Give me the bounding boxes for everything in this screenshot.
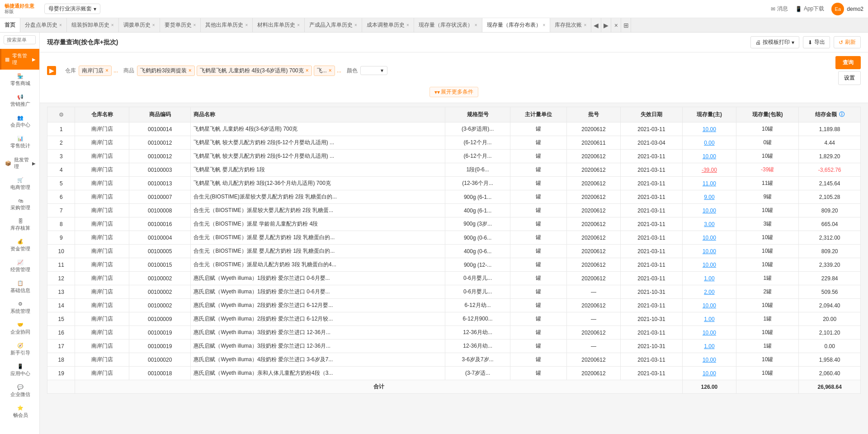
settings-button[interactable]: 设置	[838, 71, 861, 85]
qty-main-cell[interactable]: 10.00	[682, 367, 736, 380]
seq-cell: 17	[47, 340, 75, 353]
spec-cell: 12-36月幼...	[445, 340, 510, 353]
app-download-btn[interactable]: 📱 App下载	[795, 5, 824, 13]
sidebar-item-operation[interactable]: 📈 经营管理	[0, 256, 39, 277]
qty-main-cell[interactable]: -39.00	[682, 163, 736, 177]
tab-home[interactable]: 首页	[0, 18, 20, 33]
qty-main-cell[interactable]: 11.00	[682, 177, 736, 190]
tab-chengben[interactable]: 成本调整单历史 ×	[362, 18, 414, 33]
qty-main-cell[interactable]: 10.00	[682, 299, 736, 312]
sidebar-item-system[interactable]: ⚙ 系统管理	[0, 297, 39, 318]
qty-main-cell[interactable]: 10.00	[682, 231, 736, 245]
warehouse-more-btn[interactable]: ...	[113, 67, 118, 74]
sidebar-item-member-sys[interactable]: ⭐ 畅会员	[0, 401, 39, 422]
product-tag-2-close[interactable]: ×	[306, 67, 309, 74]
sidebar-item-guide[interactable]: 🧭 新手引导	[0, 339, 39, 360]
org-selector[interactable]: 母婴行业演示账套 ▾	[44, 4, 100, 14]
sidebar-item-retail-shop[interactable]: 🏪 零售商城	[0, 70, 39, 90]
product-tag-3-close[interactable]: ×	[329, 67, 332, 74]
tab-xiancunl-kc[interactable]: 现存量（库存状况表） ×	[414, 18, 482, 33]
expand-conditions-btn[interactable]: ▾▾ 展开更多条件	[429, 87, 478, 97]
tab-fenpan[interactable]: 分盘点单历史 ×	[20, 18, 67, 33]
tab-close-xiancunl-kc[interactable]: ×	[475, 23, 477, 28]
tab-zuzu[interactable]: 组装拆卸单历史 ×	[67, 18, 119, 33]
qty-main-cell[interactable]: 0.00	[682, 136, 736, 150]
tab-cailiao[interactable]: 材料出库单历史 ×	[253, 18, 305, 33]
qty-main-cell[interactable]: 1.00	[682, 340, 736, 353]
export-button[interactable]: ⬇ 导出	[803, 36, 830, 48]
tab-close-cailiao[interactable]: ×	[297, 23, 300, 28]
sidebar-item-enterprise[interactable]: 🤝 企业协同	[0, 318, 39, 339]
tab-close-xiancunl-fb[interactable]: ×	[543, 23, 546, 28]
spec-cell: 0-6月婴儿...	[445, 272, 510, 285]
tab-close-all[interactable]: ×	[611, 18, 621, 33]
search-input[interactable]	[4, 35, 36, 44]
tab-close-qitachu[interactable]: ×	[245, 23, 248, 28]
qty-main-cell[interactable]: 10.00	[682, 150, 736, 163]
color-select[interactable]: ▾	[360, 66, 387, 75]
tab-close-chancheng[interactable]: ×	[354, 23, 357, 28]
qty-pkg-cell: 10罐	[736, 326, 799, 340]
sidebar-item-inventory[interactable]: 🗄 库存核算	[0, 215, 39, 235]
qty-main-cell[interactable]: 3.00	[682, 217, 736, 231]
tab-nav-left[interactable]: ◀	[591, 18, 601, 33]
sidebar-item-marketing[interactable]: 📢 营销推广	[0, 90, 39, 111]
qty-main-cell[interactable]: 10.00	[682, 258, 736, 272]
product-more-btn[interactable]: ...	[337, 67, 341, 74]
col-name-header: 商品名称	[191, 107, 445, 123]
user-profile[interactable]: Ea demo2	[831, 3, 863, 15]
qty-main-cell[interactable]: 10.00	[682, 123, 736, 136]
filter-expand-arrow[interactable]: ▶	[47, 66, 56, 75]
unit-cell: 罐	[510, 190, 567, 204]
column-settings-icon[interactable]: ⚙	[59, 112, 64, 118]
print-button[interactable]: 🖨 按模板打印 ▾	[750, 36, 799, 48]
refresh-button[interactable]: ↺ 刷新	[834, 36, 861, 48]
tab-yaohuo[interactable]: 要货单历史 ×	[160, 18, 201, 33]
code-cell: 00100020	[129, 353, 191, 367]
tab-close-kucun-pici[interactable]: ×	[584, 23, 586, 28]
qty-main-cell[interactable]: 10.00	[682, 204, 736, 217]
qty-main-cell[interactable]: 10.00	[682, 245, 736, 258]
tab-close-fenpan[interactable]: ×	[59, 23, 62, 28]
tab-close-yaohuo[interactable]: ×	[193, 23, 196, 28]
sidebar-item-finance[interactable]: 💰 资金管理	[0, 235, 39, 256]
qty-pkg-cell: 2罐	[736, 285, 799, 299]
name-cell: 飞鹤星飞帆 较大婴儿配方奶粉 2段(6-12个月婴幼儿适用) ...	[191, 150, 445, 163]
qty-main-cell[interactable]: 10.00	[682, 353, 736, 367]
tab-nav-right[interactable]: ▶	[601, 18, 611, 33]
warehouse-tag-close[interactable]: ×	[105, 67, 108, 74]
qty-main-cell[interactable]: 1.00	[682, 312, 736, 326]
tab-close-chengben[interactable]: ×	[406, 23, 409, 28]
table-row: 7南岸门店00100008合生元（BIOSTIME）派星较大婴儿配方奶粉 2段 …	[47, 204, 861, 217]
message-btn[interactable]: ✉ 消息	[771, 5, 788, 13]
qty-main-cell[interactable]: 2.00	[682, 285, 736, 299]
tab-qitachu[interactable]: 其他出库单历史 ×	[201, 18, 253, 33]
sidebar-item-purchase[interactable]: 🛍 采购管理	[0, 194, 39, 215]
tab-tiaob[interactable]: 调拨单历史 ×	[119, 18, 160, 33]
tab-kucun-pici[interactable]: 库存批次账 ×	[550, 18, 591, 33]
code-cell: 00100014	[129, 123, 191, 136]
tab-xiancunl-fb[interactable]: 现存量（库存分布表） ×	[482, 18, 551, 33]
sidebar-item-ecommerce[interactable]: 🛒 电商管理	[0, 174, 39, 194]
sidebar-item-app-center[interactable]: 📱 应用中心	[0, 360, 39, 381]
qty-main-cell[interactable]: 1.00	[682, 272, 736, 285]
spec-cell: (6-12个月...	[445, 150, 510, 163]
sidebar-item-enterprise-wechat[interactable]: 💬 企业微信	[0, 381, 39, 401]
sidebar-item-batch-mgmt[interactable]: 📦 批发管理 ▶	[0, 153, 39, 174]
sidebar-item-member[interactable]: 👥 会员中心	[0, 111, 39, 132]
sidebar-item-basic[interactable]: 📋 基础信息	[0, 277, 39, 297]
tab-close-tiaob[interactable]: ×	[152, 23, 155, 28]
sidebar-item-retail-stats[interactable]: 📊 零售统计	[0, 132, 39, 153]
product-tag-1-close[interactable]: ×	[189, 67, 192, 74]
seq-cell: 19	[47, 367, 75, 380]
ecommerce-icon: 🛒	[17, 177, 24, 183]
table-row: 8南岸门店00100016合生元（BIOSTIME）派星 学龄前儿童配方奶粉 4…	[47, 217, 861, 231]
tab-close-zuzu[interactable]: ×	[111, 23, 114, 28]
qty-main-cell[interactable]: 9.00	[682, 190, 736, 204]
qty-main-cell[interactable]: 10.00	[682, 326, 736, 340]
tab-chancheng[interactable]: 产成品入库单历史 ×	[305, 18, 362, 33]
tab-expand[interactable]: ⊞	[621, 18, 631, 33]
amount-info-icon[interactable]: ⓘ	[839, 111, 844, 118]
query-button[interactable]: 查询	[835, 56, 861, 69]
sidebar-item-retail-mgmt[interactable]: ▦ 零售管理 ▶	[0, 49, 39, 70]
